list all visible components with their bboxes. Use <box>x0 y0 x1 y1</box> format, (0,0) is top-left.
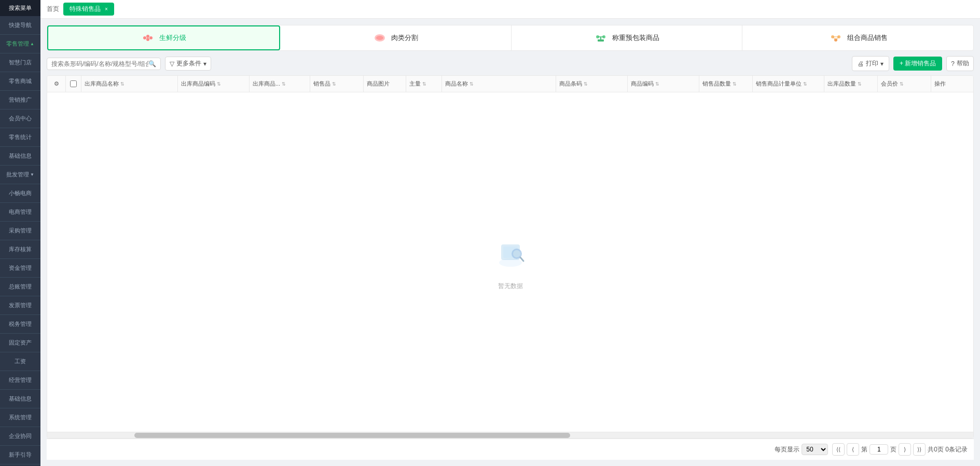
sidebar-item-basic-info2[interactable]: 基础信息 <box>0 390 40 408</box>
sidebar-item-operations-mgmt[interactable]: 经营管理 <box>0 371 40 390</box>
svg-rect-6 <box>598 39 604 42</box>
cat-tab-combo[interactable]: 组合商品销售 <box>742 25 973 50</box>
sidebar-item-purchase-mgmt[interactable]: 采购管理 <box>0 222 40 240</box>
chevron-down-icon: ▾ <box>203 60 206 67</box>
sidebar-item-mini-ecom[interactable]: 小畅电商 <box>0 184 40 203</box>
main-content: 首页 特殊销售品 × 生鲜分级 <box>40 0 980 466</box>
cat-tab-fresh[interactable]: 生鲜分级 <box>47 25 280 50</box>
page-size-dropdown[interactable]: 50 100 200 <box>802 444 828 455</box>
search-box[interactable]: 🔍 <box>47 58 161 70</box>
th-good-name: 商品名称 ⇅ <box>442 76 557 92</box>
topnav: 首页 特殊销售品 × <box>40 0 980 19</box>
sidebar-item-retail-mall[interactable]: 零售商城 <box>0 72 40 91</box>
next-page-button[interactable]: ⟩ <box>899 443 911 456</box>
data-table: ⚙ 出库商品名称 ⇅ 出库商品编码 ⇅ 出库商品... ⇅ <box>47 75 974 438</box>
sidebar-item-retail-stats[interactable]: 零售统计 <box>0 128 40 147</box>
sidebar-item-invoice-mgmt[interactable]: 发票管理 <box>0 296 40 315</box>
table-header: ⚙ 出库商品名称 ⇅ 出库商品编码 ⇅ 出库商品... ⇅ <box>47 76 973 92</box>
select-all-checkbox[interactable] <box>70 80 77 87</box>
scrollbar-thumb[interactable] <box>134 433 570 438</box>
prev-page-button[interactable]: ⟨ <box>847 443 859 456</box>
home-tab[interactable]: 首页 <box>47 5 59 13</box>
sidebar-item-new-guide[interactable]: 新手引导 <box>0 446 40 464</box>
sidebar-item-fixed-assets[interactable]: 固定资产 <box>0 334 40 352</box>
cat-tab-combo-label: 组合商品销售 <box>847 33 888 43</box>
th-out-code: 出库商品编码 ⇅ <box>178 76 250 92</box>
svg-point-21 <box>513 250 520 257</box>
print-icon: 🖨 <box>858 60 864 67</box>
search-input[interactable] <box>51 60 148 67</box>
empty-text: 暂无数据 <box>498 282 523 291</box>
sidebar-item-company-agreement[interactable]: 企业协同 <box>0 427 40 446</box>
sidebar-item-retail-mgmt[interactable]: 零售管理 ▲ <box>0 35 40 53</box>
sidebar-item-tax-mgmt[interactable]: 税务管理 <box>0 315 40 334</box>
th-out-spec: 出库商品... ⇅ <box>250 76 310 92</box>
sidebar-item-wholesale-mgmt[interactable]: 批发管理 ▼ <box>0 166 40 184</box>
toolbar: 🔍 ▽ 更多条件 ▾ 🖨 打印 ▾ + 新增销售品 ? 帮助 <box>47 56 974 71</box>
sort-icon[interactable]: ⇅ <box>470 81 474 87</box>
page-size-select: 每页显示 50 100 200 <box>775 444 828 455</box>
first-page-button[interactable]: ⟨⟨ <box>832 443 845 456</box>
scale-icon <box>593 33 608 43</box>
sort-icon[interactable]: ⇅ <box>900 81 904 87</box>
svg-point-5 <box>376 36 383 40</box>
empty-state: 暂无数据 <box>47 92 973 432</box>
th-setting[interactable]: ⚙ <box>47 76 66 92</box>
th-img: 商品图片 <box>364 76 406 92</box>
close-tab-icon[interactable]: × <box>105 6 108 12</box>
sort-icon[interactable]: ⇅ <box>733 81 737 87</box>
sidebar-item-salary[interactable]: 工资 <box>0 352 40 371</box>
sidebar-item-general-ledger[interactable]: 总账管理 <box>0 278 40 296</box>
pagination: 每页显示 50 100 200 ⟨⟨ ⟨ 第 页 ⟩ ⟩⟩ 共0页 0条记录 <box>47 438 974 460</box>
chevron-down-icon: ▼ <box>30 172 34 177</box>
svg-line-15 <box>833 37 836 40</box>
th-member-price: 会员价 ⇅ <box>878 76 931 92</box>
last-page-button[interactable]: ⟩⟩ <box>913 443 926 456</box>
sort-icon[interactable]: ⇅ <box>803 81 807 87</box>
meat-icon <box>372 33 387 43</box>
svg-point-2 <box>149 36 153 39</box>
sort-icon[interactable]: ⇅ <box>584 81 588 87</box>
cat-tab-scale[interactable]: 称重预包装商品 <box>512 25 743 50</box>
setting-icon[interactable]: ⚙ <box>54 80 59 87</box>
cat-tab-scale-label: 称重预包装商品 <box>612 33 659 43</box>
sort-icon[interactable]: ⇅ <box>217 81 221 87</box>
sidebar-item-basic-info[interactable]: 基础信息 <box>0 147 40 166</box>
sort-icon[interactable]: ⇅ <box>120 81 125 87</box>
chevron-down-icon: ▾ <box>880 60 884 67</box>
sort-icon[interactable]: ⇅ <box>332 81 336 87</box>
sort-icon[interactable]: ⇅ <box>655 81 659 87</box>
sidebar-item-quick-nav[interactable]: 快捷导航 <box>0 16 40 35</box>
sidebar-item-member-center[interactable]: 会员中心 <box>0 109 40 128</box>
sidebar-item-marketing[interactable]: 营销推广 <box>0 91 40 109</box>
sidebar-item-ecom-mgmt[interactable]: 电商管理 <box>0 203 40 222</box>
help-button[interactable]: ? 帮助 <box>946 56 974 71</box>
add-sale-item-button[interactable]: + 新增销售品 <box>893 57 942 71</box>
help-icon: ? <box>951 60 955 67</box>
total-info: 共0页 0条记录 <box>928 445 968 454</box>
th-checkbox[interactable] <box>66 76 81 92</box>
svg-line-16 <box>836 37 839 40</box>
sort-icon[interactable]: ⇅ <box>282 81 286 87</box>
search-icon[interactable]: 🔍 <box>148 60 156 67</box>
print-button[interactable]: 🖨 打印 ▾ <box>852 56 889 71</box>
page-content: 生鲜分级 肉类分割 <box>40 19 980 466</box>
filter-button[interactable]: ▽ 更多条件 ▾ <box>165 57 211 71</box>
page-input-wrap <box>869 444 888 455</box>
sort-icon[interactable]: ⇅ <box>858 81 862 87</box>
filter-icon: ▽ <box>170 60 174 67</box>
horizontal-scrollbar[interactable] <box>47 432 973 438</box>
page-number-input[interactable] <box>869 444 888 455</box>
sidebar-item-inventory[interactable]: 库存核算 <box>0 240 40 259</box>
cat-tab-meat-label: 肉类分割 <box>391 33 418 43</box>
sidebar-item-system-mgmt[interactable]: 系统管理 <box>0 408 40 427</box>
sidebar-item-fund-mgmt[interactable]: 资金管理 <box>0 259 40 278</box>
th-out-qty: 出库品数量 ⇅ <box>824 76 878 92</box>
active-tab[interactable]: 特殊销售品 × <box>63 3 114 16</box>
th-op: 操作 <box>931 76 973 92</box>
svg-point-0 <box>143 36 146 39</box>
cat-tab-meat[interactable]: 肉类分割 <box>280 25 512 50</box>
sidebar-item-smart-store[interactable]: 智慧门店 <box>0 53 40 72</box>
sort-icon[interactable]: ⇅ <box>422 81 426 87</box>
sidebar-logo[interactable]: 搜索菜单 <box>0 0 40 16</box>
